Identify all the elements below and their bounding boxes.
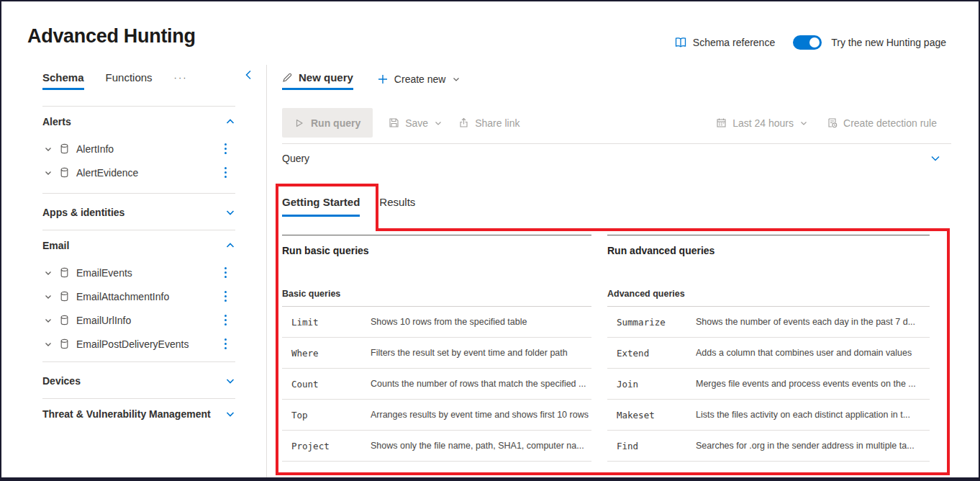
kebab-menu-icon[interactable] (223, 265, 228, 281)
new-hunting-toggle[interactable] (793, 35, 822, 50)
panel-title: Run advanced queries (607, 245, 930, 256)
query-name: Where (291, 348, 371, 359)
query-name: Limit (291, 317, 371, 328)
time-range-button[interactable]: Last 24 hours (716, 117, 808, 129)
group-label: Email (42, 240, 69, 251)
tree-item-label: EmailPostDeliveryEvents (76, 338, 189, 350)
tab-getting-started[interactable]: Getting Started (282, 192, 360, 217)
run-query-button[interactable]: Run query (282, 108, 373, 138)
query-row-join[interactable]: Join Merges file events and process even… (607, 369, 930, 400)
query-description: Adds a column that combines user and dom… (696, 348, 930, 358)
header-actions: Schema reference Try the new Hunting pag… (674, 35, 946, 50)
kebab-menu-icon[interactable] (223, 313, 228, 328)
group-label: Alerts (42, 116, 71, 127)
schema-tree: Alerts AlertInfo AlertEvidence Apps & id… (42, 106, 235, 429)
chevron-down-icon[interactable] (930, 153, 941, 164)
create-detection-rule-button[interactable]: Create detection rule (827, 117, 937, 129)
play-icon (294, 118, 304, 128)
share-link-button[interactable]: Share link (458, 117, 520, 129)
sidebar-group-threat-vulnerability-management[interactable]: Threat & Vulnerability Management (42, 399, 235, 429)
query-description: Shows only the file name, path, SHA1, co… (371, 441, 591, 451)
tree-item-label: EmailEvents (76, 267, 132, 279)
chevron-down-icon[interactable] (799, 119, 808, 127)
toolbar-right: Last 24 hours Create detection rule (716, 117, 951, 129)
query-name: Makeset (617, 410, 696, 421)
chevron-down-icon (452, 75, 460, 84)
table-icon (59, 167, 70, 178)
chevron-down-icon (225, 376, 235, 386)
tab-functions[interactable]: Functions (106, 71, 153, 90)
query-row-extend[interactable]: Extend Adds a column that combines user … (607, 338, 930, 369)
query-row-limit[interactable]: Limit Shows 10 rows from the specified t… (282, 307, 591, 338)
chevron-down-icon[interactable] (44, 168, 53, 177)
toggle-knob (809, 37, 820, 48)
save-button[interactable]: Save (389, 117, 443, 129)
create-new-button[interactable]: Create new (378, 71, 461, 85)
time-range-label: Last 24 hours (732, 117, 794, 129)
toolbar-left: Run query Save Share link (282, 108, 520, 138)
table-icon (59, 291, 70, 302)
query-name: Find (617, 441, 696, 451)
sidebar-group-apps-identities[interactable]: Apps & identities (42, 194, 235, 224)
new-hunting-toggle-label: Try the new Hunting page (831, 37, 946, 48)
chevron-up-icon (225, 240, 235, 251)
tree-item-emailurlinfo[interactable]: EmailUrlInfo (42, 308, 235, 332)
share-icon (458, 117, 469, 128)
tree-item-alertinfo[interactable]: AlertInfo (42, 137, 235, 161)
query-row-find[interactable]: Find Searches for .org in the sender add… (607, 431, 930, 462)
kebab-menu-icon[interactable] (223, 336, 228, 352)
tree-item-label: EmailAttachmentInfo (76, 291, 169, 302)
tab-results[interactable]: Results (379, 192, 415, 217)
more-icon[interactable]: ··· (174, 71, 188, 83)
query-name: Top (291, 410, 371, 421)
panel-title: Run basic queries (282, 245, 591, 256)
query-description: Merges file events and process events ev… (696, 379, 930, 389)
query-name: Summarize (617, 317, 696, 328)
query-section-header[interactable]: Query (282, 144, 951, 172)
kebab-menu-icon[interactable] (223, 289, 228, 305)
query-row-summarize[interactable]: Summarize Shows the number of events eac… (607, 307, 930, 338)
create-new-label: Create new (394, 73, 446, 85)
sidebar-tabs: Schema Functions ··· (42, 71, 235, 95)
schema-reference-link[interactable]: Schema reference (674, 37, 775, 48)
sidebar-group-alerts[interactable]: Alerts (42, 107, 235, 137)
schema-sidebar: Schema Functions ··· Alerts AlertInfo Al… (42, 71, 235, 429)
tree-item-emailevents[interactable]: EmailEvents (42, 261, 235, 284)
chevron-down-icon[interactable] (44, 316, 53, 325)
save-icon (389, 117, 399, 128)
chevron-down-icon[interactable] (44, 292, 53, 301)
tree-item-label: AlertInfo (76, 143, 114, 155)
tree-item-emailpostdeliveryevents[interactable]: EmailPostDeliveryEvents (42, 332, 235, 356)
chevron-down-icon[interactable] (44, 340, 53, 349)
result-tabs: Getting Started Results (282, 192, 951, 217)
query-row-project[interactable]: Project Shows only the file name, path, … (282, 431, 591, 462)
chevron-down-icon[interactable] (44, 145, 53, 153)
query-name: Extend (617, 348, 696, 359)
query-name: Join (617, 379, 696, 390)
query-row-where[interactable]: Where Filters the result set by event ti… (282, 338, 591, 369)
tab-new-query[interactable]: New query (282, 71, 353, 90)
kebab-menu-icon[interactable] (223, 165, 228, 181)
table-icon (59, 338, 70, 349)
tab-schema[interactable]: Schema (42, 71, 84, 90)
tree-item-alertevidence[interactable]: AlertEvidence (42, 161, 235, 184)
query-description: Arranges results by event time and shows… (371, 410, 591, 420)
collapse-pane-icon[interactable] (243, 69, 255, 81)
table-header: Basic queries (282, 289, 591, 307)
chevron-up-icon (225, 117, 235, 127)
chevron-down-icon[interactable] (44, 269, 53, 277)
query-description: Shows the number of events each day in t… (696, 317, 930, 327)
advanced-hunting-window: Advanced Hunting Schema reference Try th… (0, 0, 980, 481)
kebab-menu-icon[interactable] (223, 141, 228, 157)
tree-item-emailattachmentinfo[interactable]: EmailAttachmentInfo (42, 284, 235, 308)
sidebar-group-email[interactable]: Email (42, 230, 235, 261)
table-icon (59, 267, 70, 278)
query-name: Project (291, 441, 371, 451)
query-row-count[interactable]: Count Counts the number of rows that mat… (282, 369, 591, 400)
chevron-down-icon[interactable] (434, 119, 443, 127)
query-row-makeset[interactable]: Makeset Lists the files activity on each… (607, 400, 930, 431)
sidebar-group-devices[interactable]: Devices (42, 362, 235, 392)
query-row-top[interactable]: Top Arranges results by event time and s… (282, 400, 591, 431)
tree-item-label: AlertEvidence (76, 167, 138, 179)
query-description: Counts the number of rows that match the… (371, 379, 591, 389)
